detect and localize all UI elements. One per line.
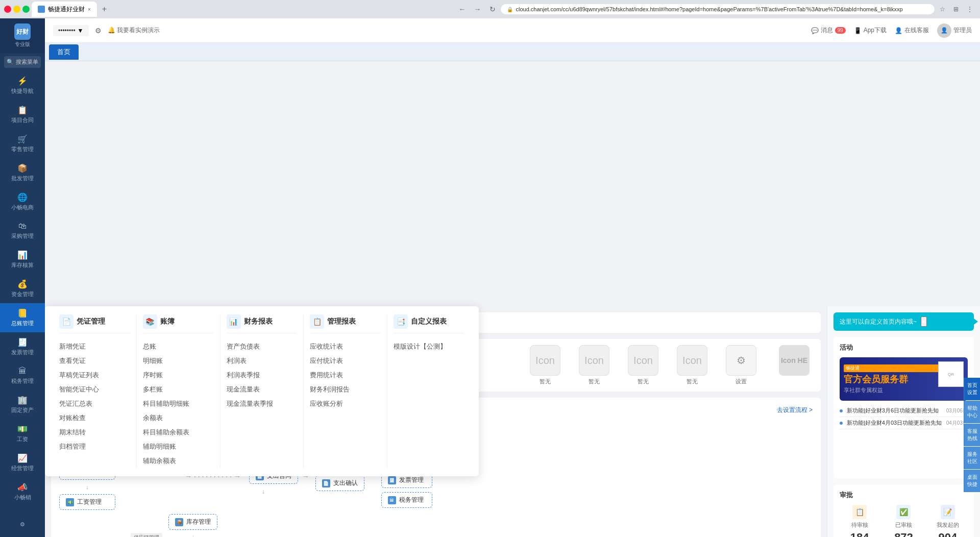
dropdown-item-receivable-stats[interactable]: 应收统计表 — [310, 339, 381, 354]
sidebar-item-accounting[interactable]: 📒 总账管理 — [0, 303, 45, 332]
dropdown-item-subject-assist-balance[interactable]: 科目辅助余额表 — [143, 425, 214, 440]
approved-icon-wrap: ✅ — [896, 505, 911, 519]
app-download-button[interactable]: 📱 App下载 — [854, 26, 887, 35]
sidebar-search-button[interactable]: 🔍 搜索菜单 — [4, 56, 41, 68]
dropdown-item-expense-stats[interactable]: 费用统计表 — [310, 368, 381, 382]
sidebar-item-tax[interactable]: 🏛 税务管理 — [0, 361, 45, 390]
sidebar-item-invoice[interactable]: 🧾 发票管理 — [0, 332, 45, 361]
topbar-settings-icon[interactable]: ⚙ — [95, 27, 102, 35]
browser-tab[interactable]: 畅捷通好业财 × — [32, 2, 97, 17]
message-button[interactable]: 💬 消息 99 — [811, 26, 846, 35]
user-avatar[interactable]: 👤 管理员 — [937, 23, 972, 38]
approval-item-approved[interactable]: ✅ 已审核 872 — [884, 505, 923, 537]
flow-setup-link[interactable]: 去设置流程 > — [777, 406, 813, 414]
tax-icon: 🏛 — [18, 367, 27, 376]
sidebar-item-purchase[interactable]: 🛍 采购管理 — [0, 216, 45, 245]
dropdown-item-balance[interactable]: 资产负债表 — [227, 339, 298, 354]
dropdown-item-template-design[interactable]: 模版设计【公测】 — [394, 339, 464, 354]
nav-back-button[interactable]: ← — [456, 4, 469, 14]
dropdown-item-detail-ledger[interactable]: 明细账 — [143, 354, 214, 368]
approval-item-initiated[interactable]: 📝 我发起的 904 — [928, 505, 968, 537]
purchase-icon: 🛍 — [18, 222, 27, 231]
sidebar-item-retail[interactable]: 🛒 零售管理 — [0, 129, 45, 158]
corner-btn-service-community[interactable]: 服务 社区 — [964, 447, 980, 469]
extension-button[interactable]: ⊞ — [950, 5, 962, 14]
dropdown-item-profit-quarterly[interactable]: 利润表季报 — [227, 368, 298, 382]
sidebar-item-assets[interactable]: 🏢 固定资产 — [0, 390, 45, 419]
dropdown-item-balance-sheet[interactable]: 余额表 — [143, 411, 214, 425]
sidebar-item-salary[interactable]: 💵 工资 — [0, 419, 45, 448]
maximize-window-button[interactable] — [22, 6, 30, 13]
icon-cell-1: Icon 暂无 — [525, 345, 566, 385]
dropdown-section-mgmt-report: 📋 管理报表 应收统计表 应付统计表 费用统计表 财务利润报告 应收账分析 — [304, 314, 387, 468]
bookmark-button[interactable]: ☆ — [937, 5, 948, 14]
corner-btn-help-center[interactable]: 帮助 中心 — [964, 401, 980, 423]
new-tab-button[interactable]: + — [99, 5, 110, 14]
tab-home[interactable]: 首页 — [49, 44, 79, 60]
message-badge: 99 — [835, 27, 846, 34]
dropdown-item-multi-column[interactable]: 多栏账 — [143, 382, 214, 397]
sidebar-settings-button[interactable]: ⚙ — [18, 516, 27, 533]
dropdown-item-voucher-summary[interactable]: 凭证汇总表 — [59, 397, 130, 411]
tab-close-button[interactable]: × — [88, 7, 91, 12]
news-item-2[interactable]: 新功能|好业财4月03日功能更新抢先知 04月03日 — [840, 417, 968, 429]
icon-placeholder-3: Icon — [633, 355, 653, 367]
demo-link[interactable]: 🔔 我要看实例演示 — [108, 26, 160, 35]
assets-label: 固定资产 — [11, 406, 34, 414]
company-selector[interactable]: •••••••• ▼ — [53, 25, 89, 36]
dropdown-item-financial-profit[interactable]: 财务利润报告 — [310, 382, 381, 397]
flow-node-inventory[interactable]: 📦 库存管理 — [168, 514, 217, 530]
dropdown-item-assist-balance[interactable]: 辅助余额表 — [143, 454, 214, 468]
dropdown-item-profit[interactable]: 利润表 — [227, 354, 298, 368]
dropdown-item-period-close[interactable]: 期末结转 — [59, 425, 130, 440]
search-icon: 🔍 — [7, 59, 14, 65]
tooltip-close-button[interactable]: × — [921, 316, 927, 327]
approved-label: 已审核 — [895, 521, 912, 529]
dropdown-item-reconcile[interactable]: 对账检查 — [59, 411, 130, 425]
sidebar-bottom: ⚙ — [18, 512, 27, 537]
icon-cell-5[interactable]: ⚙ 设置 — [721, 345, 762, 385]
dropdown-item-general-ledger[interactable]: 总账 — [143, 339, 214, 354]
flow-node-expense-confirm[interactable]: 📄 支出确认 — [315, 475, 364, 491]
sidebar-item-basic[interactable]: ℹ 基础信息 — [0, 506, 45, 512]
dropdown-item-journal[interactable]: 序时账 — [143, 368, 214, 382]
dropdown-item-new-voucher[interactable]: 新增凭证 — [59, 339, 130, 354]
dropdown-item-draft-voucher[interactable]: 草稿凭证列表 — [59, 368, 130, 382]
initiated-icon-wrap: 📝 — [941, 505, 955, 519]
sidebar-item-shortcut[interactable]: ⚡ 快捷导航 — [0, 71, 45, 100]
icon-cell-2: Icon 暂无 — [574, 345, 615, 385]
online-service-button[interactable]: 👤 在线客服 — [895, 26, 929, 35]
approval-item-pending[interactable]: 📋 待审核 184 — [840, 505, 879, 537]
sidebar-item-wholesale[interactable]: 📦 批发管理 — [0, 158, 45, 187]
minimize-window-button[interactable] — [13, 6, 20, 13]
address-bar[interactable]: 🔒 cloud.chanjet.com/cc/u6d89qwnryel/57bf… — [501, 4, 935, 14]
flow-node-tax-mgmt[interactable]: 🏛 税务管理 — [381, 492, 432, 508]
sidebar-search-area: 🔍 搜索菜单 — [0, 53, 45, 71]
sidebar-item-finance[interactable]: 💰 资金管理 — [0, 274, 45, 303]
dropdown-item-receivable-analysis[interactable]: 应收账分析 — [310, 397, 381, 411]
topbar-right: 💬 消息 99 📱 App下载 👤 在线客服 👤 管理员 — [811, 23, 972, 38]
menu-button[interactable]: ⋮ — [964, 5, 976, 14]
dropdown-item-cashflow[interactable]: 现金流量表 — [227, 382, 298, 397]
sidebar-item-project[interactable]: 📋 项目合同 — [0, 100, 45, 129]
dropdown-item-cashflow-quarterly[interactable]: 现金流量表季报 — [227, 397, 298, 411]
news-item-1[interactable]: 新功能|好业财3月6日功能更新抢先知 03月06日 — [840, 405, 968, 417]
dropdown-item-subject-assist-detail[interactable]: 科目辅助明细账 — [143, 397, 214, 411]
corner-btn-desktop-app[interactable]: 桌面 快捷 — [964, 470, 980, 492]
dropdown-item-payable-stats[interactable]: 应付统计表 — [310, 354, 381, 368]
dropdown-item-smart-voucher[interactable]: 智能凭证中心 — [59, 382, 130, 397]
sidebar-item-ecommerce[interactable]: 🌐 小畅电商 — [0, 187, 45, 216]
dropdown-item-archive[interactable]: 归档管理 — [59, 440, 130, 454]
sidebar-item-inventory[interactable]: 📊 库存核算 — [0, 245, 45, 274]
corner-btn-customer-hotline[interactable]: 客服 热线 — [964, 424, 980, 446]
close-window-button[interactable] — [4, 6, 11, 13]
sidebar-item-operations[interactable]: 📈 经营管理 — [0, 448, 45, 477]
dropdown-item-assist-detail[interactable]: 辅助明细账 — [143, 440, 214, 454]
activity-banner[interactable]: 畅捷通 官方会员服务群 享社群专属权益 QR — [840, 357, 968, 401]
flow-node-salary[interactable]: 💵 工资管理 — [59, 494, 115, 510]
dropdown-item-view-voucher[interactable]: 查看凭证 — [59, 354, 130, 368]
nav-refresh-button[interactable]: ↻ — [486, 4, 499, 14]
nav-forward-button[interactable]: → — [471, 4, 484, 14]
sidebar-item-marketing[interactable]: 📣 小畅销 — [0, 477, 45, 506]
corner-btn-home-settings[interactable]: 首页 设置 — [964, 378, 980, 400]
